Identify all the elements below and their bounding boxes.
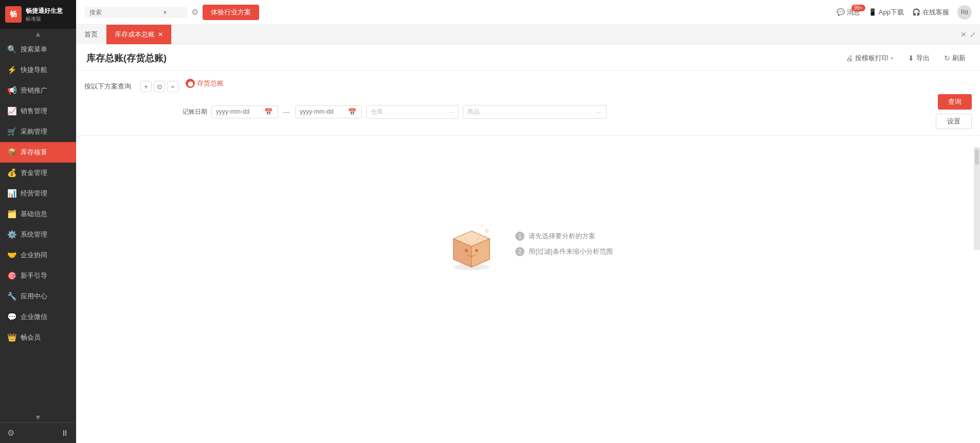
topbar-msg[interactable]: 💬 消息 99+ (837, 8, 860, 17)
main-area: ▾ ⚙ 体验行业方案 💬 消息 99+ 📱 App下载 🎧 在线客服 Rit (76, 0, 980, 443)
sidebar-item-label: 系统管理 (21, 230, 47, 239)
sidebar-item-label: 采购管理 (21, 127, 47, 136)
topbar-search-area[interactable]: ▾ (84, 7, 187, 18)
sidebar-item-sales[interactable]: 📈 销售管理 (0, 101, 76, 121)
topbar-online-service[interactable]: 🎧 在线客服 (912, 8, 949, 17)
apps-icon: 🔧 (7, 292, 16, 301)
filter-remove-icon[interactable]: ⊙ (154, 81, 165, 92)
settings-button[interactable]: 设置 (936, 114, 972, 129)
tab-home[interactable]: 首页 (76, 25, 106, 44)
page-header: 库存总账(存货总账) 🖨 按模板打印 ▾ ⬇ 导出 ↻ 刷新 (76, 44, 980, 70)
print-icon: 🖨 (846, 54, 853, 62)
empty-state: 1 请先选择要分析的方案 2 用[过滤]条件来缩小分析范围 (76, 136, 980, 352)
tab-inventory-ledger-label: 库存成本总账 (115, 30, 155, 39)
collapse-icon[interactable]: ⏸ (61, 429, 69, 438)
sidebar-scroll-up[interactable]: ▲ (0, 29, 76, 39)
sidebar-item-wechat[interactable]: 💬 企业微信 (0, 307, 76, 327)
sidebar-item-label: 经营管理 (21, 189, 47, 198)
wechat-icon: 💬 (7, 312, 16, 322)
date-end-input[interactable] (300, 108, 346, 115)
print-chevron-icon: ▾ (891, 55, 894, 62)
tab-home-label: 首页 (84, 30, 98, 39)
industry-btn[interactable]: 体验行业方案 (203, 5, 259, 20)
product-field[interactable]: 商品 ··· (463, 105, 607, 119)
sidebar-item-apps[interactable]: 🔧 应用中心 (0, 286, 76, 307)
coop-icon: 🤝 (7, 251, 16, 260)
svg-point-10 (481, 225, 483, 227)
settings-gear-icon[interactable]: ⚙ (7, 428, 14, 438)
sidebar-item-quick[interactable]: ⚡ 快捷导航 (0, 60, 76, 80)
sidebar-item-coop[interactable]: 🤝 企业协同 (0, 245, 76, 265)
service-label: 在线客服 (922, 8, 949, 17)
export-icon: ⬇ (908, 54, 914, 62)
sidebar-item-marketing[interactable]: 📢 营销推广 (0, 80, 76, 101)
tab-panel-close-icon[interactable]: ✕ (960, 30, 967, 39)
print-btn[interactable]: 🖨 按模板打印 ▾ (842, 51, 898, 65)
calendar-end-icon[interactable]: 📅 (348, 108, 356, 116)
tab-right-controls: ✕ ⤢ (956, 30, 980, 39)
search-input[interactable] (89, 9, 161, 16)
sidebar-item-newbie[interactable]: 🎯 新手引导 (0, 265, 76, 286)
sidebar-item-operation[interactable]: 📊 经营管理 (0, 183, 76, 204)
quick-icon: ⚡ (7, 65, 16, 75)
product-more-icon[interactable]: ··· (596, 108, 602, 116)
date-start-field[interactable]: 📅 (211, 105, 278, 118)
sidebar-item-label: 资金管理 (21, 168, 47, 178)
search-icon: 🔍 (7, 45, 16, 54)
sidebar-item-search[interactable]: 🔍 搜索菜单 (0, 39, 76, 60)
tab-inventory-ledger[interactable]: 库存成本总账 ✕ (106, 25, 172, 44)
sidebar-item-inventory[interactable]: 📦 库存核算 (0, 142, 76, 163)
sidebar-item-system[interactable]: ⚙️ 系统管理 (0, 224, 76, 245)
refresh-btn[interactable]: ↻ 刷新 (940, 51, 970, 65)
page-content: 库存总账(存货总账) 🖨 按模板打印 ▾ ⬇ 导出 ↻ 刷新 (76, 44, 980, 443)
member-icon: 👑 (7, 333, 16, 342)
filter-scheme-row: ⬤ 存货总账 (183, 77, 972, 90)
sidebar-item-label: 基础信息 (21, 209, 47, 219)
sidebar-item-purchase[interactable]: 🛒 采购管理 (0, 121, 76, 142)
filter-add-icon[interactable]: + (140, 81, 152, 92)
sidebar-scroll-down[interactable]: ▼ (0, 412, 76, 422)
topbar-gear-icon[interactable]: ⚙ (191, 7, 198, 17)
base-icon: 🗂️ (7, 209, 16, 219)
refresh-icon: ↻ (944, 54, 950, 62)
tab-close-icon[interactable]: ✕ (158, 31, 163, 38)
topbar-user[interactable]: Rit (957, 5, 972, 20)
sidebar-item-finance[interactable]: 💰 资金管理 (0, 163, 76, 183)
sidebar-item-member[interactable]: 👑 畅会员 (0, 327, 76, 348)
export-btn[interactable]: ⬇ 导出 (904, 51, 934, 65)
app-logo: 畅 畅捷通好生意 标准版 (0, 0, 76, 29)
warehouse-field[interactable]: 仓库 ··· (366, 105, 459, 119)
date-end-field[interactable]: 📅 (295, 105, 362, 118)
user-name: Rit (961, 9, 969, 16)
filter-collapse-icon[interactable]: « (167, 81, 178, 92)
sidebar: 畅 畅捷通好生意 标准版 ▲ 🔍 搜索菜单 ⚡ 快捷导航 📢 营销推广 📈 销售… (0, 0, 76, 443)
empty-box-illustration (443, 216, 500, 272)
topbar: ▾ ⚙ 体验行业方案 💬 消息 99+ 📱 App下载 🎧 在线客服 Rit (76, 0, 980, 25)
sidebar-item-base[interactable]: 🗂️ 基础信息 (0, 204, 76, 224)
query-button[interactable]: 查询 (938, 94, 972, 110)
date-start-input[interactable] (216, 108, 262, 115)
sidebar-item-label: 应用中心 (21, 292, 47, 301)
right-scrollbar[interactable] (974, 147, 980, 250)
scheme-name: 存货总账 (197, 79, 224, 88)
filter-scheme[interactable]: ⬤ 存货总账 (183, 77, 227, 90)
page-title: 库存总账(存货总账) (86, 52, 167, 64)
hint-text-2: 用[过滤]条件来缩小分析范围 (529, 247, 612, 256)
avatar: Rit (957, 5, 972, 20)
warehouse-more-icon[interactable]: ··· (448, 108, 454, 116)
sidebar-item-label: 畅会员 (21, 333, 41, 342)
hint-text-1: 请先选择要分析的方案 (529, 232, 595, 241)
filter-action-btns: 查询 设置 (934, 94, 972, 129)
warehouse-label: 仓库 (371, 108, 446, 116)
phone-icon: 📱 (868, 8, 877, 16)
finance-icon: 💰 (7, 168, 16, 178)
empty-hints: 1 请先选择要分析的方案 2 用[过滤]条件来缩小分析范围 (515, 232, 612, 256)
product-label: 商品 (467, 108, 594, 116)
sidebar-item-label: 营销推广 (21, 86, 47, 95)
calendar-start-icon[interactable]: 📅 (264, 108, 273, 116)
topbar-app-download[interactable]: 📱 App下载 (868, 8, 904, 17)
tab-expand-icon[interactable]: ⤢ (970, 30, 976, 39)
purchase-icon: 🛒 (7, 127, 16, 136)
headset-icon: 🎧 (912, 8, 920, 16)
filter-label-group: 按以下方案查询 + ⊙ « (84, 77, 178, 92)
